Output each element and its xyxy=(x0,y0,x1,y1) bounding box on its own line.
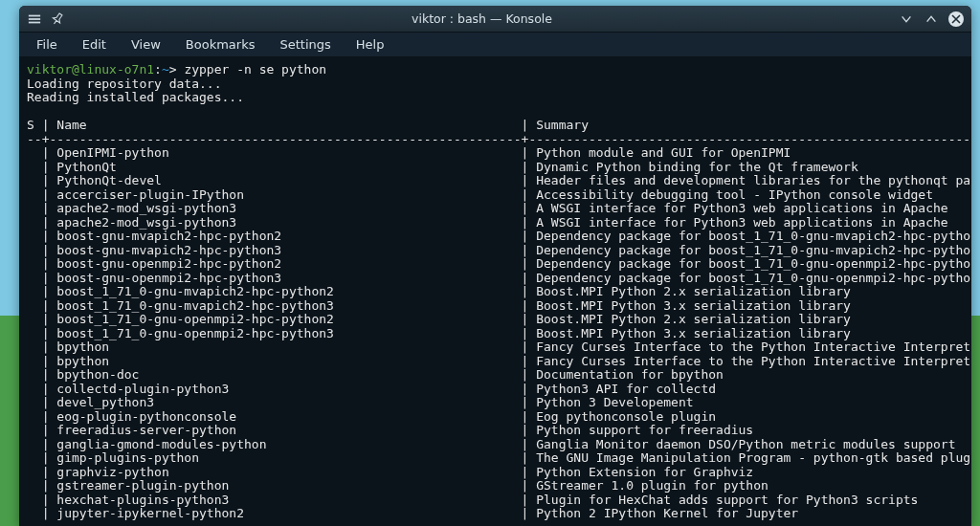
titlebar-left xyxy=(27,11,65,27)
menu-edit[interactable]: Edit xyxy=(71,34,118,55)
svg-rect-2 xyxy=(29,21,40,23)
minimize-icon[interactable] xyxy=(899,11,914,27)
titlebar-right xyxy=(899,11,964,27)
close-icon[interactable] xyxy=(948,11,964,27)
menubar: File Edit View Bookmarks Settings Help xyxy=(19,33,971,57)
svg-rect-1 xyxy=(29,18,40,20)
prompt-path: ~ xyxy=(162,62,169,77)
prompt-userhost: viktor@linux-o7n1 xyxy=(27,62,154,77)
prompt-symbol: > xyxy=(169,62,185,77)
maximize-icon[interactable] xyxy=(924,11,939,27)
app-menu-icon[interactable] xyxy=(27,11,42,27)
menu-help[interactable]: Help xyxy=(345,34,396,55)
terminal-area[interactable]: viktor@linux-o7n1:~> zypper -n se python… xyxy=(19,57,971,526)
menu-settings[interactable]: Settings xyxy=(268,34,342,55)
titlebar[interactable]: viktor : bash — Konsole xyxy=(19,6,971,33)
menu-view[interactable]: View xyxy=(120,34,172,55)
menu-bookmarks[interactable]: Bookmarks xyxy=(174,34,267,55)
menu-file[interactable]: File xyxy=(25,34,69,55)
svg-rect-0 xyxy=(29,14,40,16)
prompt-colon: : xyxy=(154,62,162,77)
konsole-window: viktor : bash — Konsole File Edit View B… xyxy=(19,6,971,526)
command-text: zypper -n se python xyxy=(184,62,326,77)
window-title: viktor : bash — Konsole xyxy=(65,11,899,26)
pin-icon[interactable] xyxy=(50,11,65,27)
